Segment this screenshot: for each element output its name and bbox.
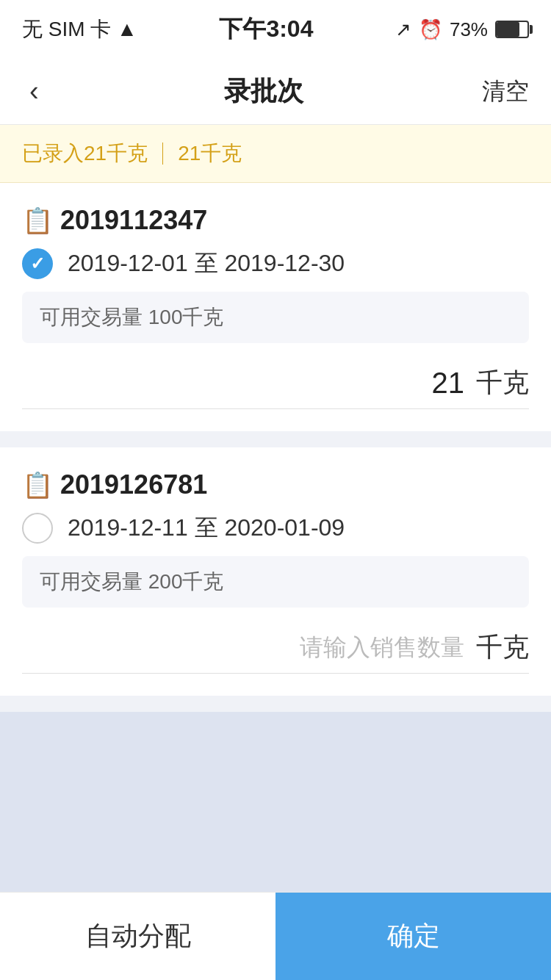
bottom-bar: 自动分配 确定 xyxy=(0,892,551,980)
location-icon: ↗ xyxy=(395,18,411,41)
separator1 xyxy=(0,433,551,447)
batch2-available: 可用交易量 200千克 xyxy=(22,556,529,608)
batch1-radio[interactable]: ✓ xyxy=(22,248,53,279)
batch2-radio[interactable] xyxy=(22,513,53,544)
back-button[interactable]: ‹ xyxy=(22,68,46,115)
batch1-id: 2019112347 xyxy=(60,205,207,236)
summary-banner: 已录入21千克 21千克 xyxy=(0,125,551,183)
battery-text: 73% xyxy=(450,18,488,41)
batch2-icon: 📋 xyxy=(22,470,53,500)
batch1-icon: 📋 xyxy=(22,206,53,235)
batch2-id: 2019126781 xyxy=(60,469,207,500)
summary-divider xyxy=(162,143,163,165)
battery-icon xyxy=(495,21,529,38)
batch2-date-row: 2019-12-11 至 2020-01-09 xyxy=(22,512,529,544)
page-title: 录批次 xyxy=(224,73,303,109)
clear-button[interactable]: 清空 xyxy=(482,76,529,108)
total-label: 21千克 xyxy=(178,140,242,167)
recorded-label: 已录入21千克 xyxy=(22,140,148,167)
batch1-date-range: 2019-12-01 至 2019-12-30 xyxy=(68,248,345,280)
batch2-input-row[interactable]: 请输入销售数量 千克 xyxy=(22,622,529,674)
clock-icon: ⏰ xyxy=(419,18,442,41)
check-icon: ✓ xyxy=(30,253,45,274)
batch2-date-range: 2019-12-11 至 2020-01-09 xyxy=(68,512,345,544)
status-left: 无 SIM 卡 ▲ xyxy=(22,15,137,43)
batch1-card: 📋 2019112347 ✓ 2019-12-01 至 2019-12-30 可… xyxy=(0,183,551,431)
batch2-header: 📋 2019126781 xyxy=(22,469,529,500)
batch1-input-row[interactable]: 21 千克 xyxy=(22,358,529,409)
nav-bar: ‹ 录批次 清空 xyxy=(0,59,551,125)
batch2-card: 📋 2019126781 2019-12-11 至 2020-01-09 可用交… xyxy=(0,447,551,696)
status-right: ↗ ⏰ 73% xyxy=(395,18,529,41)
batch1-date-row: ✓ 2019-12-01 至 2019-12-30 xyxy=(22,248,529,280)
status-time: 下午3:04 xyxy=(219,13,313,46)
batch1-available: 可用交易量 100千克 xyxy=(22,292,529,343)
status-bar: 无 SIM 卡 ▲ 下午3:04 ↗ ⏰ 73% xyxy=(0,0,551,59)
batch1-input-value[interactable]: 21 xyxy=(406,367,464,400)
separator2 xyxy=(0,697,551,712)
batch2-unit: 千克 xyxy=(476,630,529,666)
batch1-unit: 千克 xyxy=(476,365,529,401)
sim-label: 无 SIM 卡 ▲ xyxy=(22,15,137,43)
batch1-header: 📋 2019112347 xyxy=(22,205,529,236)
batch2-input-placeholder[interactable]: 请输入销售数量 xyxy=(300,632,464,664)
auto-distribute-button[interactable]: 自动分配 xyxy=(0,893,276,980)
confirm-button[interactable]: 确定 xyxy=(276,893,551,980)
